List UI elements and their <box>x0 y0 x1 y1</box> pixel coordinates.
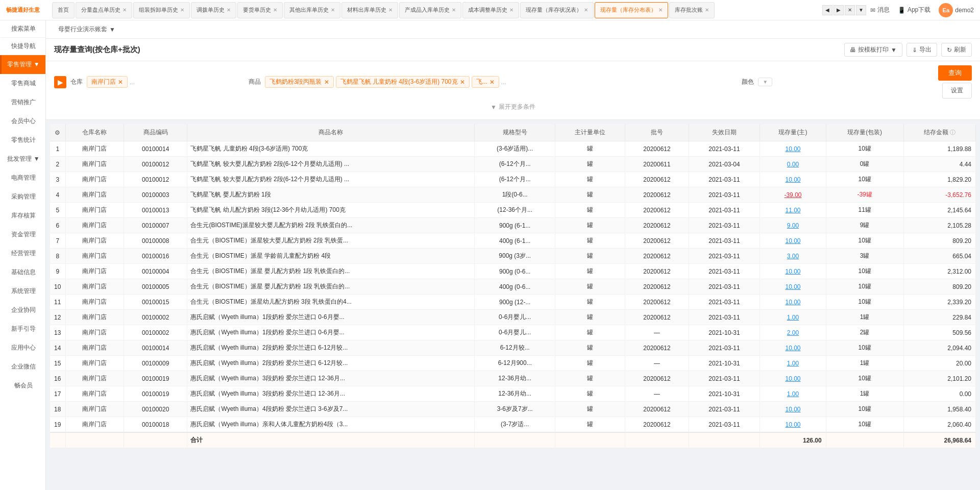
td-qty-13[interactable]: 10.00 <box>760 340 826 356</box>
account-dropdown[interactable]: 母婴行业演示账套 ▼ <box>52 22 121 37</box>
th-settings[interactable]: ⚙ <box>50 124 65 141</box>
footer-total-qty: 126.00 <box>760 432 826 448</box>
td-qty-6[interactable]: 10.00 <box>760 233 826 249</box>
warehouse-tag[interactable]: 南岸门店 ✕ <box>87 76 128 88</box>
tab-next-btn[interactable]: ▶ <box>834 5 844 15</box>
top-tab-close-9[interactable]: ✕ <box>584 7 588 13</box>
sidebar-item-12[interactable]: 系统管理 <box>0 282 45 301</box>
table-container: ⚙ 仓库名称 商品编码 商品名称 规格型号 主计量单位 批号 失效日期 现存量(… <box>50 124 976 448</box>
top-tab-0[interactable]: 首页 <box>52 2 75 18</box>
tab-close-btn[interactable]: ✕ <box>845 5 855 15</box>
sidebar-item-15[interactable]: 应用中心 <box>0 338 45 357</box>
sidebar-item-10[interactable]: 经营管理 <box>0 244 45 263</box>
td-qty-15[interactable]: 10.00 <box>760 371 826 386</box>
top-tab-close-8[interactable]: ✕ <box>509 7 513 13</box>
td-warehouse-14: 南岸门店 <box>65 356 124 371</box>
top-tab-1[interactable]: 分量盘点单历史✕ <box>76 2 132 18</box>
td-unit-7: 罐 <box>555 249 625 264</box>
sidebar-item-11[interactable]: 基础信息 <box>0 263 45 282</box>
td-qty-3[interactable]: -39.00 <box>760 187 826 203</box>
top-tab-3[interactable]: 调拨单历史✕ <box>191 2 236 18</box>
tab-menu-btn[interactable]: ▼ <box>856 5 866 15</box>
td-no-15: 16 <box>50 371 65 386</box>
sidebar-item-0[interactable]: 零售管理 ▼ <box>0 55 45 74</box>
sidebar-item-7[interactable]: 采购管理 <box>0 187 45 206</box>
sidebar-item-16[interactable]: 企业微信 <box>0 357 45 376</box>
sidebar-item-13[interactable]: 企业协同 <box>0 301 45 320</box>
product-tag-1-close[interactable]: ✕ <box>324 79 329 86</box>
top-tab-2[interactable]: 组装拆卸单历史✕ <box>133 2 190 18</box>
sidebar-item-5[interactable]: 批发管理 ▼ <box>0 150 45 168</box>
top-tab-close-11[interactable]: ✕ <box>705 7 709 13</box>
app-download-btn[interactable]: 📱 App下载 <box>898 6 930 14</box>
sidebar-item-14[interactable]: 新手引导 <box>0 320 45 338</box>
warehouse-filter-more[interactable]: ... <box>130 79 135 86</box>
top-tab-8[interactable]: 成本调整单历史✕ <box>462 2 519 18</box>
query-btn[interactable]: 查询 <box>938 65 972 81</box>
sidebar-item-1[interactable]: 零售商城 <box>0 74 45 93</box>
td-qty-5[interactable]: 9.00 <box>760 218 826 233</box>
td-qty-7[interactable]: 3.00 <box>760 249 826 264</box>
td-batch-16: — <box>625 386 689 402</box>
sidebar-item-3[interactable]: 会员中心 <box>0 112 45 131</box>
td-no-1: 2 <box>50 157 65 172</box>
template-print-btn[interactable]: 🖶 按模板打印 ▼ <box>844 43 902 57</box>
top-tab-close-1[interactable]: ✕ <box>122 7 127 13</box>
top-tab-close-5[interactable]: ✕ <box>331 7 335 13</box>
td-qty-14[interactable]: 1.00 <box>760 356 826 371</box>
top-tab-7[interactable]: 产成品入库单历史✕ <box>399 2 461 18</box>
top-tab-4[interactable]: 要货单历史✕ <box>237 2 283 18</box>
product-tag-2-close[interactable]: ✕ <box>460 79 465 86</box>
top-tab-9[interactable]: 现存量（库存状况表）✕ <box>520 2 594 18</box>
sidebar-item-2[interactable]: 营销推广 <box>0 93 45 112</box>
td-qty-10[interactable]: 10.00 <box>760 295 826 310</box>
warehouse-tag-close[interactable]: ✕ <box>118 79 123 86</box>
top-tab-close-6[interactable]: ✕ <box>388 7 393 13</box>
td-qty-16[interactable]: 1.00 <box>760 386 826 402</box>
product-tag-3-close[interactable]: ✕ <box>489 79 495 86</box>
td-qty-8[interactable]: 10.00 <box>760 264 826 279</box>
top-tab-close-7[interactable]: ✕ <box>452 7 456 13</box>
user-area[interactable]: Ea demo2 <box>939 3 974 17</box>
sidebar-item-9[interactable]: 资金管理 <box>0 225 45 244</box>
expand-conditions-btn[interactable]: ▼ 展开更多条件 <box>486 101 540 113</box>
product-filter-more[interactable]: ... <box>501 79 506 86</box>
td-qty-0[interactable]: 10.00 <box>760 141 826 157</box>
td-qty-18[interactable]: 10.00 <box>760 417 826 433</box>
msg-btn[interactable]: ✉ 消息 <box>870 6 890 14</box>
top-tab-11[interactable]: 库存批次账✕ <box>669 2 715 18</box>
filter-toggle-btn[interactable]: ▶ <box>54 76 66 88</box>
product-tag-1[interactable]: 飞鹤奶粉3段丙瓶装 ✕ <box>265 76 334 88</box>
refresh-btn[interactable]: ↻ 刷新 <box>941 43 972 57</box>
top-tab-close-4[interactable]: ✕ <box>273 7 277 13</box>
sidebar-item-6[interactable]: 电商管理 <box>0 168 45 187</box>
sidebar-item-8[interactable]: 库存核算 <box>0 206 45 225</box>
td-qty-4[interactable]: 11.00 <box>760 203 826 218</box>
sidebar-search-menu[interactable]: 搜索菜单 <box>0 20 45 38</box>
product-tag-3[interactable]: 飞... ✕ <box>472 76 499 88</box>
td-qty-12[interactable]: 2.00 <box>760 325 826 340</box>
export-btn[interactable]: ⇓ 导出 <box>906 43 937 57</box>
tab-prev-btn[interactable]: ◀ <box>822 5 832 15</box>
td-qty-1[interactable]: 0.00 <box>760 157 826 172</box>
sidebar-item-17[interactable]: 畅会员 <box>0 376 45 395</box>
top-tab-close-2[interactable]: ✕ <box>180 7 184 13</box>
td-spec-7: 900g (3岁... <box>475 249 555 264</box>
top-tab-label-10: 现存量（库存分布表） <box>600 6 656 14</box>
td-batch-6: 20200612 <box>625 233 689 249</box>
top-tab-6[interactable]: 材料出库单历史✕ <box>341 2 398 18</box>
top-tab-10[interactable]: 现存量（库存分布表）✕ <box>595 2 668 18</box>
top-tab-close-3[interactable]: ✕ <box>227 7 231 13</box>
top-tab-close-10[interactable]: ✕ <box>658 7 663 13</box>
td-qty-9[interactable]: 10.00 <box>760 279 826 295</box>
td-qty-2[interactable]: 10.00 <box>760 172 826 187</box>
td-expiry-8: 2021-03-11 <box>689 264 760 279</box>
color-dropdown[interactable]: ▼ <box>758 78 772 86</box>
sidebar-item-4[interactable]: 零售统计 <box>0 131 45 150</box>
td-qty-17[interactable]: 10.00 <box>760 402 826 417</box>
settings-btn[interactable]: 设置 <box>942 83 972 99</box>
product-tag-2[interactable]: 飞鹤星飞帆 儿童奶粉 4段(3-6岁适用) 700克 ✕ <box>336 76 470 88</box>
top-tab-5[interactable]: 其他出库单历史✕ <box>284 2 340 18</box>
td-qty-11[interactable]: 1.00 <box>760 310 826 325</box>
sidebar-quick-nav[interactable]: 快捷导航 <box>0 38 45 55</box>
